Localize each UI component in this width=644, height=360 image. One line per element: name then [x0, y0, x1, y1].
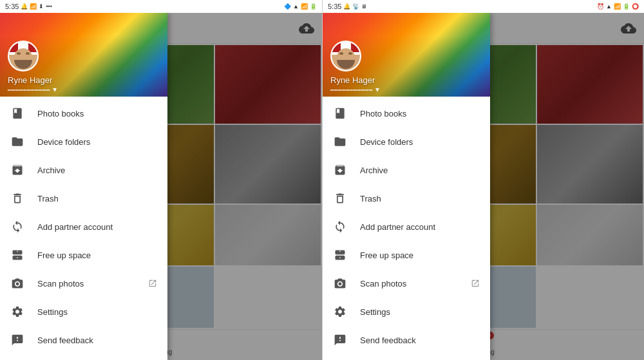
- wifi-icon-r: ▲: [606, 3, 612, 10]
- left-panel: 5:35 🔔 📶 ⬇ ••• 🔷 ▲ 📶 🔋: [0, 0, 322, 360]
- settings-label-left: Settings: [37, 307, 157, 317]
- partner-icon-r: [333, 220, 347, 234]
- menu-item-add-partner-right[interactable]: Add partner account: [323, 213, 490, 241]
- free-up-space-label-left: Free up space: [37, 251, 157, 260]
- photo-books-label-left: Photo books: [37, 109, 157, 118]
- avatar-left: [8, 41, 39, 71]
- archive-label-left: Archive: [37, 166, 157, 175]
- trash-label-right: Trash: [360, 194, 480, 204]
- user-email-right: ━━━━━━━━━━━: [330, 86, 373, 93]
- settings-label-right: Settings: [360, 307, 480, 317]
- storage-icon: [10, 248, 24, 262]
- book-icon: [10, 106, 24, 120]
- menu-item-settings-left[interactable]: Settings: [0, 298, 167, 326]
- trash-label-left: Trash: [37, 194, 157, 204]
- right-panel: 5:35 🔔 📡 🖥 ⏰ ▲ 📶 🔋 ⭕: [322, 0, 644, 360]
- menu-item-scan-photos-right[interactable]: Scan photos: [323, 269, 490, 298]
- folder-icon-r: [333, 135, 347, 149]
- menu-item-free-up-space-left[interactable]: Free up space: [0, 241, 167, 269]
- add-partner-label-right: Add partner account: [360, 222, 480, 232]
- ellipsis-icon: •••: [46, 3, 52, 10]
- menu-item-trash-left[interactable]: Trash: [0, 184, 167, 213]
- wifi-icon: 📶: [30, 3, 37, 10]
- drawer-overlay-left: Ryne Hager ━━━━━━━━━━━ ▾: [0, 13, 322, 360]
- device-folders-label-right: Device folders: [360, 137, 480, 147]
- menu-item-help-right[interactable]: Help: [323, 354, 490, 360]
- battery-outline-icon: 🔋: [623, 3, 630, 10]
- scan-photos-label-left: Scan photos: [37, 279, 135, 289]
- scan-icon: [10, 276, 24, 290]
- scan-photos-label-right: Scan photos: [360, 279, 458, 289]
- trash-icon: [10, 191, 24, 205]
- menu-item-archive-right[interactable]: Archive: [323, 156, 490, 184]
- drawer-overlay-right: Ryne Hager ━━━━━━━━━━━ ▾: [323, 13, 644, 360]
- drawer-right: Ryne Hager ━━━━━━━━━━━ ▾: [323, 13, 490, 360]
- archive-icon: [10, 163, 24, 177]
- wifi-signal-icon: ▲: [293, 3, 299, 10]
- settings-icon-r: [333, 305, 347, 319]
- user-name-left: Ryne Hager: [8, 75, 160, 85]
- signal-icon-r: 📶: [614, 3, 621, 10]
- folder-icon: [10, 135, 24, 149]
- circle-icon: ⭕: [632, 3, 639, 10]
- archive-label-right: Archive: [360, 166, 480, 175]
- menu-item-trash-right[interactable]: Trash: [323, 184, 490, 213]
- cast-icon: 📡: [352, 3, 359, 10]
- menu-item-add-partner-left[interactable]: Add partner account: [0, 213, 167, 241]
- menu-item-feedback-left[interactable]: Send feedback: [0, 326, 167, 354]
- drawer-header-right: Ryne Hager ━━━━━━━━━━━ ▾: [323, 13, 490, 97]
- storage-icon-r: [333, 248, 347, 262]
- status-bar-left: 5:35 🔔 📶 ⬇ ••• 🔷 ▲ 📶 🔋: [0, 0, 322, 13]
- scan-icon-r: [333, 276, 347, 290]
- feedback-label-left: Send feedback: [37, 336, 157, 345]
- status-bar-right: 5:35 🔔 📡 🖥 ⏰ ▲ 📶 🔋 ⭕: [323, 0, 644, 13]
- drawer-menu-right: Photo books Device folders: [323, 97, 490, 360]
- archive-icon-r: [333, 163, 347, 177]
- menu-item-device-folders-left[interactable]: Device folders: [0, 128, 167, 156]
- settings-icon: [10, 305, 24, 319]
- menu-item-feedback-right[interactable]: Send feedback: [323, 326, 490, 354]
- notif-icon-r: 🔔: [343, 3, 350, 10]
- drawer-left: Ryne Hager ━━━━━━━━━━━ ▾: [0, 13, 167, 360]
- external-link-icon-right: [471, 279, 480, 288]
- drawer-header-left: Ryne Hager ━━━━━━━━━━━ ▾: [0, 13, 167, 97]
- book-icon-r: [333, 106, 347, 120]
- drawer-dimmer-right[interactable]: [490, 13, 644, 360]
- drawer-dimmer-left[interactable]: [167, 13, 322, 360]
- user-name-right: Ryne Hager: [330, 75, 482, 85]
- drawer-menu-left: Photo books Device folders: [0, 97, 167, 360]
- menu-item-archive-left[interactable]: Archive: [0, 156, 167, 184]
- screen-icon: 🖥: [361, 3, 367, 10]
- battery-icon: 🔋: [310, 3, 317, 10]
- notif-icon: 🔔: [21, 3, 28, 10]
- partner-icon: [10, 220, 24, 234]
- photo-books-label-right: Photo books: [360, 109, 480, 118]
- bluetooth-icon: 🔷: [284, 3, 291, 10]
- time-right: 5:35: [328, 3, 341, 10]
- menu-item-photo-books-left[interactable]: Photo books: [0, 99, 167, 128]
- time-left: 5:35: [5, 3, 19, 10]
- trash-icon-r: [333, 191, 347, 205]
- dropdown-arrow-right[interactable]: ▾: [375, 85, 379, 94]
- menu-item-settings-right[interactable]: Settings: [323, 298, 490, 326]
- feedback-label-right: Send feedback: [360, 336, 480, 345]
- add-partner-label-left: Add partner account: [37, 222, 157, 232]
- user-email-left: ━━━━━━━━━━━: [8, 86, 50, 93]
- dropdown-arrow-left[interactable]: ▾: [53, 85, 57, 94]
- feedback-icon-r: [333, 333, 347, 347]
- free-up-space-label-right: Free up space: [360, 251, 480, 260]
- menu-item-device-folders-right[interactable]: Device folders: [323, 128, 490, 156]
- menu-item-free-up-space-right[interactable]: Free up space: [323, 241, 490, 269]
- feedback-icon: [10, 333, 24, 347]
- menu-item-help-left[interactable]: Help: [0, 354, 167, 360]
- download-icon: ⬇: [39, 3, 44, 10]
- alarm-icon: ⏰: [597, 3, 604, 10]
- external-link-icon-left: [148, 279, 157, 288]
- signal-bars-icon: 📶: [301, 3, 308, 10]
- avatar-right: [330, 41, 361, 71]
- menu-item-photo-books-right[interactable]: Photo books: [323, 99, 490, 128]
- device-folders-label-left: Device folders: [37, 137, 157, 147]
- menu-item-scan-photos-left[interactable]: Scan photos: [0, 269, 167, 298]
